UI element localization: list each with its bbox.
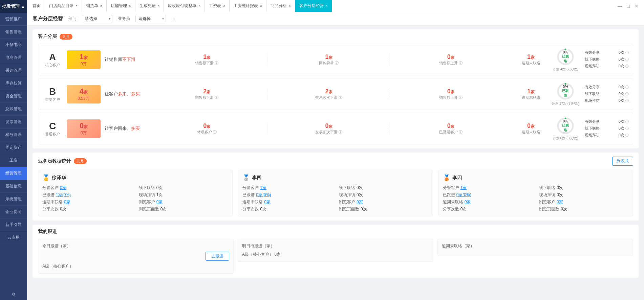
follow-section: 我的跟进 今日跟进（家） 去跟进 A级（核心客户） 明日待跟进（家） A级（核心… <box>33 225 639 278</box>
medal-icon-1: 🥈 <box>242 174 250 182</box>
tier-grid: A核心客户1家0万让销售额不下滑1家销售额下滑 ⓘ1家回购异常 ⓘ0家销售额上升… <box>38 44 633 144</box>
tier-row-A: A核心客户1家0万让销售额不下滑1家销售额下滑 ⓘ1家回购异常 ⓘ0家销售额上升… <box>38 44 633 75</box>
tier-letter-A: A核心客户 <box>42 52 63 68</box>
staff-stat-val: 0次 <box>260 206 266 212</box>
sidebar-item-销售管理[interactable]: 销售管理 <box>0 26 27 39</box>
stat-line: 现场拜访0次 ⓘ <box>585 63 629 70</box>
staff-stat-val[interactable]: 0家 <box>465 199 471 205</box>
tab-minimize-icon[interactable]: — <box>616 3 624 9</box>
sidebar-top[interactable]: 批发管理 ▲ <box>0 0 27 13</box>
staff-stat-val[interactable]: 0家(0%) <box>456 192 471 198</box>
tier-follow-C: 0家逾期未联络 <box>516 122 546 135</box>
tier-metric: 0家交易频次下滑 ⓘ <box>268 122 390 135</box>
staff-stat-val[interactable]: 0家 <box>557 199 563 205</box>
staff-stat-val[interactable]: 0家 <box>64 199 70 205</box>
tab-close-all-icon[interactable]: ✕ <box>633 3 640 9</box>
tab-客户分层经营[interactable]: 客户分层经营× <box>295 0 332 12</box>
tab-close-icon[interactable]: × <box>289 4 291 8</box>
tier-slogan-C: 让客户回来、多买 <box>105 125 142 132</box>
tab-restore-icon[interactable]: □ <box>626 3 631 9</box>
tab-close-icon[interactable]: × <box>326 4 328 8</box>
sidebar-item-采购管理[interactable]: 采购管理 <box>0 64 27 77</box>
staff-stat-val[interactable]: 0家 <box>156 199 163 205</box>
tab-label: 生成凭证 <box>139 3 156 9</box>
salesperson-select-wrap: 请选择 <box>135 15 166 22</box>
sidebar-item-云应用[interactable]: 云应用 <box>0 231 27 244</box>
tier-metric: 0家销售额上升 ⓘ <box>390 53 512 66</box>
medal-icon-0: 🥇 <box>42 174 50 182</box>
staff-header-0: 🥇徐泽华 <box>42 174 228 182</box>
sidebar-item-库存核算[interactable]: 库存核算 <box>0 77 27 90</box>
go-follow-button[interactable]: 去跟进 <box>206 252 229 261</box>
sidebar-item-固定资产[interactable]: 固定资产 <box>0 141 27 154</box>
today-follow-sub: A级（核心客户） <box>42 263 229 269</box>
follow-grid: 今日跟进（家） 去跟进 A级（核心客户） 明日待跟进（家） A级（核心客户） 0… <box>38 239 633 274</box>
staff-stat-item: 浏览页面数0次 <box>339 206 429 212</box>
sidebar-item-企业协同[interactable]: 企业协同 <box>0 206 27 218</box>
staff-stat-val[interactable]: 1家 <box>260 185 266 191</box>
staff-header-1: 🥈李四 <box>242 174 428 182</box>
tier-metric: 1家回购异常 ⓘ <box>268 53 390 66</box>
customer-section-header: 客户分层 九月 <box>38 33 633 40</box>
tab-close-icon[interactable]: × <box>129 4 131 8</box>
staff-card-2: 🥉李四分管客户1家线下联络0次已跟进0家(0%)现场拜访0次逾期未联络0家浏览客… <box>438 170 633 216</box>
sidebar-item-小畅电商[interactable]: 小畅电商 <box>0 39 27 51</box>
tab-生成凭证[interactable]: 生成凭证× <box>135 0 164 12</box>
staff-stat-item: 浏览页面数0次 <box>139 206 229 212</box>
tab-close-icon[interactable]: × <box>223 4 225 8</box>
staff-stat-val[interactable]: 1家 <box>460 185 467 191</box>
staff-stat-val[interactable]: 1家(0%) <box>56 192 71 198</box>
tab-工资统计报表[interactable]: 工资统计报表× <box>230 0 266 12</box>
sidebar-item-总账管理[interactable]: 总账管理 <box>0 103 27 116</box>
staff-section-title: 业务员数据统计 <box>38 158 71 164</box>
dept-select[interactable]: 请选择 <box>82 15 112 22</box>
sidebar-collapse-icon[interactable]: ▲ <box>21 4 25 9</box>
main-area: 首页门店商品目录×销货单×店铺管理×生成凭证×应收应付调整单×工资表×工资统计报… <box>27 0 644 300</box>
tier-letter-C: C普通客户 <box>42 121 63 137</box>
sidebar-item-新手引导[interactable]: 新手引导 <box>0 218 27 231</box>
gear-icon: ⚙ <box>12 292 16 297</box>
staff-stat-val: 0次 <box>557 185 563 191</box>
staff-stat-item: 逾期未联络0家 <box>42 199 132 205</box>
tier-follow-A: 1家逾期未联络 <box>516 53 546 66</box>
sidebar-item-营销推广[interactable]: 营销推广 <box>0 13 27 26</box>
tab-销货单[interactable]: 销货单× <box>82 0 107 12</box>
tab-close-icon[interactable]: × <box>100 4 102 8</box>
sidebar-item-工资[interactable]: 工资 <box>0 154 27 167</box>
staff-stat-val[interactable]: 0家 <box>264 199 271 205</box>
more-icon[interactable]: ··· <box>171 16 175 21</box>
sidebar-item-经营管理[interactable]: 经营管理 <box>0 167 27 180</box>
settings-button[interactable]: ⚙ <box>0 289 27 300</box>
salesperson-select[interactable]: 请选择 <box>135 15 166 22</box>
sidebar-item-电商管理[interactable]: 电商管理 <box>0 51 27 64</box>
tab-工资表[interactable]: 工资表× <box>205 0 230 12</box>
tab-商品分析[interactable]: 商品分析× <box>266 0 295 12</box>
list-view-button[interactable]: 列表式 <box>612 157 633 166</box>
tab-店铺管理[interactable]: 店铺管理× <box>107 0 135 12</box>
tier-right-stats-A: 有效分享0次 ⓘ线下联络0次 ⓘ现场拜访0次 ⓘ <box>585 49 629 69</box>
staff-stats-grid-1: 分管客户1家线下联络0次已跟进0家(0%)现场拜访0次逾期未联络0家浏览客户0家… <box>242 185 428 212</box>
sidebar-item-系统管理[interactable]: 系统管理 <box>0 193 27 206</box>
tab-门店商品目录[interactable]: 门店商品目录× <box>45 0 82 12</box>
tier-circle-A: 0%已联络 计划 4次 (7天/次) <box>550 47 581 72</box>
sidebar-item-基础信息[interactable]: 基础信息 <box>0 180 27 193</box>
tab-应收应付调整单[interactable]: 应收应付调整单× <box>164 0 205 12</box>
tab-首页[interactable]: 首页 <box>28 0 45 12</box>
tab-close-icon[interactable]: × <box>158 4 160 8</box>
tier-right-stats-C: 有效分享0次 ⓘ线下联络0次 ⓘ现场拜访0次 ⓘ <box>585 118 629 138</box>
tab-label: 店铺管理 <box>111 3 127 9</box>
tab-close-icon[interactable]: × <box>260 4 262 8</box>
tier-metric: 2家交易频次下滑 ⓘ <box>268 88 390 100</box>
sidebar-item-资金管理[interactable]: 资金管理 <box>0 90 27 103</box>
tier-metrics-A: 1家销售额下滑 ⓘ1家回购异常 ⓘ0家销售额上升 ⓘ <box>146 53 512 66</box>
staff-section: 业务员数据统计 九月 列表式 🥇徐泽华分管客户0家线下联络0次已跟进1家(0%)… <box>33 153 639 221</box>
staff-stat-val[interactable]: 0家 <box>60 185 66 191</box>
staff-stat-val[interactable]: 0家(0%) <box>256 192 271 198</box>
staff-stat-val[interactable]: 0家 <box>357 199 363 205</box>
staff-stat-val: 0次 <box>561 206 567 212</box>
sidebar-item-税务管理[interactable]: 税务管理 <box>0 129 27 141</box>
staff-card-0: 🥇徐泽华分管客户0家线下联络0次已跟进1家(0%)现场拜访1次逾期未联络0家浏览… <box>38 170 233 216</box>
tab-close-icon[interactable]: × <box>198 4 200 8</box>
tab-close-icon[interactable]: × <box>76 4 78 8</box>
sidebar-item-发票管理[interactable]: 发票管理 <box>0 116 27 129</box>
